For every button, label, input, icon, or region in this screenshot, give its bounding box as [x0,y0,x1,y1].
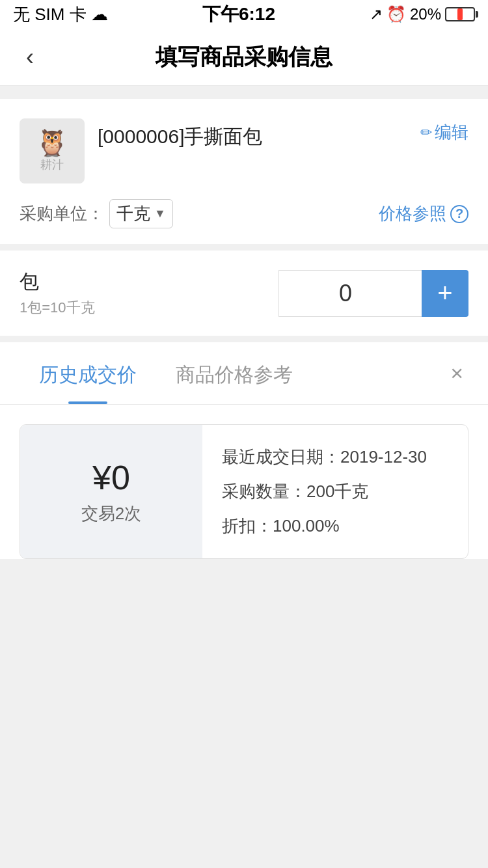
tabs-list: 历史成交价 商品价格参考 [20,342,312,404]
product-left: 🦉 耕汁 [0000006]手撕面包 [20,118,262,183]
product-header: 🦉 耕汁 [0000006]手撕面包 ✏ 编辑 [20,118,468,183]
transaction-price: ¥0 [92,458,130,497]
unit-select[interactable]: 千克 ▼ [109,199,173,228]
transaction-right: 最近成交日期：2019-12-30 采购数量：200千克 折扣：100.00% [202,425,468,558]
transaction-discount-label: 折扣： [222,516,273,536]
unit-value: 千克 [116,202,150,225]
quantity-input[interactable] [278,270,422,317]
unit-select-arrow: ▼ [154,207,166,221]
product-icon: 🦉 [36,129,68,156]
edit-button[interactable]: ✏ 编辑 [420,118,468,146]
battery-icon [445,7,475,21]
signal-text: 无 SIM 卡 ☁ [13,3,108,26]
tabs-section: 历史成交价 商品价格参考 × ¥0 交易2次 最近成交日期：2019-12-30… [0,337,488,559]
qty-unit: 包 [20,269,95,295]
battery-percent: 20% [410,5,441,23]
edit-label: 编辑 [435,121,468,144]
edit-icon: ✏ [420,124,432,141]
status-right: ↗ ⏰ 20% [370,5,475,23]
transaction-qty-value: 200千克 [306,481,368,501]
transaction-date-row: 最近成交日期：2019-12-30 [222,444,448,470]
product-thumbnail: 🦉 耕汁 [20,118,85,183]
transaction-card: ¥0 交易2次 最近成交日期：2019-12-30 采购数量：200千克 折扣：… [20,424,468,559]
status-bar: 无 SIM 卡 ☁ 下午6:12 ↗ ⏰ 20% [0,0,488,29]
transaction-qty-row: 采购数量：200千克 [222,479,448,504]
tab-product-price-ref[interactable]: 商品价格参考 [156,342,312,404]
product-icon-label: 耕汁 [40,157,64,172]
status-time: 下午6:12 [202,2,275,27]
transaction-count: 交易2次 [81,502,141,525]
page-title: 填写商品采购信息 [156,42,332,72]
price-ref-icon: ? [450,205,468,223]
tabs-close-button[interactable]: × [445,355,468,391]
location-icon: ↗ [370,5,383,23]
transaction-qty-label: 采购数量： [222,481,306,501]
quantity-plus-button[interactable]: + [422,270,468,317]
status-left: 无 SIM 卡 ☁ [13,3,108,26]
transaction-date-value: 2019-12-30 [340,447,427,467]
battery-fill [457,8,463,20]
tab-history-price[interactable]: 历史成交价 [20,342,156,404]
tabs-header: 历史成交价 商品价格参考 × [0,342,488,405]
qty-label-wrap: 包 1包=10千克 [20,269,95,318]
transaction-date-label: 最近成交日期： [222,447,340,467]
product-card: 🦉 耕汁 [0000006]手撕面包 ✏ 编辑 采购单位： 千克 ▼ 价格参照 … [0,99,488,244]
product-name: [0000006]手撕面包 [98,124,262,150]
product-unit-row: 采购单位： 千克 ▼ 价格参照 ? [20,199,468,228]
transaction-discount-value: 100.00% [273,516,340,536]
alarm-icon: ⏰ [386,5,406,23]
price-ref-button[interactable]: 价格参照 ? [379,202,468,225]
price-ref-label: 价格参照 [379,202,446,225]
bottom-area [0,578,488,868]
unit-label: 采购单位： [20,202,104,225]
transaction-left: ¥0 交易2次 [20,425,202,558]
qty-conversion: 1包=10千克 [20,298,95,318]
qty-input-wrap: + [278,270,468,317]
back-button[interactable]: ‹ [20,37,40,77]
nav-bar: ‹ 填写商品采购信息 [0,29,488,86]
quantity-section: 包 1包=10千克 + [0,245,488,336]
transaction-discount-row: 折扣：100.00% [222,513,448,539]
